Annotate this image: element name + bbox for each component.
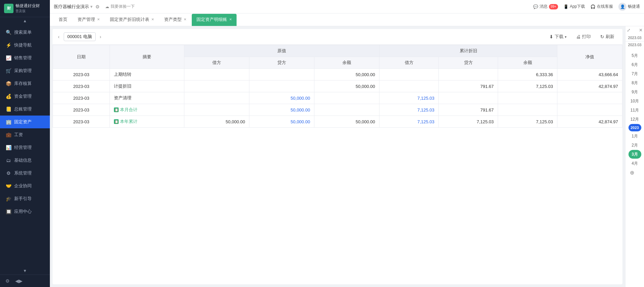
username-label: 畅捷通	[628, 4, 640, 9]
app-name: 畅捷通好业财	[16, 3, 40, 9]
sidebar-item-ledger[interactable]: 📒 总账管理	[0, 103, 50, 116]
timeline-month-5月[interactable]: 5月	[628, 51, 641, 60]
enterprise-icon: 🤝	[5, 183, 11, 189]
cell-orig-balance: 50,000.00	[314, 116, 379, 128]
sidebar-item-purchase[interactable]: 🛒 采购管理	[0, 64, 50, 77]
tab-asset-detail-close[interactable]: ✕	[229, 18, 232, 21]
col-accum-depr-group-header: 累计折旧	[379, 45, 557, 57]
demo-label: 医疗器械行业演示	[54, 4, 89, 10]
timeline-month-12月[interactable]: 12月	[628, 115, 641, 124]
sidebar-label-ledger: 总账管理	[14, 106, 32, 112]
timeline-maximize-btn[interactable]: ⤢	[627, 28, 631, 33]
cell-summary: 📋 本月合计	[110, 104, 184, 116]
experience-btn[interactable]: ☁ 我要体验一下	[105, 4, 135, 9]
main-panel: ‹ 000001 电脑 › ⬇ 下载 ▾ 🖨 打印 ↻	[53, 29, 622, 284]
sidebar-item-enterprise[interactable]: 🤝 企业协同	[0, 180, 50, 192]
sidebar-item-operations[interactable]: 📊 经营管理	[0, 141, 50, 154]
timeline-month-2023-4月[interactable]: 4月	[628, 159, 641, 168]
tab-asset-type-label: 资产类型	[164, 17, 182, 23]
sidebar-label-payroll: 工资	[14, 132, 23, 138]
asset-detail-table: 日期 摘要 原值 累计折旧 净值 借方 贷方 余额 借方 贷方 余额	[53, 45, 622, 128]
cell-summary: 📋 本年累计	[110, 116, 184, 128]
cell-depr-debit	[379, 69, 439, 81]
tab-home[interactable]: 首页	[54, 14, 72, 26]
tab-asset-type[interactable]: 资产类型 ✕	[159, 14, 191, 26]
col-net-header: 净值	[557, 45, 622, 69]
tab-asset-mgmt[interactable]: 资产管理 ✕	[73, 14, 104, 26]
cell-net: 42,874.97	[557, 116, 622, 128]
payroll-icon: 💼	[5, 132, 11, 138]
tab-asset-detail[interactable]: 固定资产明细账 ✕	[192, 14, 237, 26]
timeline-month-9月[interactable]: 9月	[628, 88, 641, 96]
quick-nav-icon: ⚡	[5, 42, 11, 48]
next-asset-btn[interactable]: ›	[100, 34, 101, 39]
cell-date: 2023-03	[53, 92, 110, 104]
sidebar-label-purchase: 采购管理	[14, 68, 32, 74]
sidebar-item-fixed-asset[interactable]: 🏢 固定资产	[0, 116, 50, 128]
collapse-icon[interactable]: ◀▶	[15, 278, 23, 284]
print-btn[interactable]: 🖨 打印	[573, 32, 593, 41]
col-depr-credit-header: 贷方	[439, 57, 498, 69]
tab-depreciation-stats[interactable]: 固定资产折旧统计表 ✕	[105, 14, 159, 26]
user-profile-btn[interactable]: 👤 畅捷通	[618, 3, 640, 11]
timeline-scroll-down[interactable]: ⊕	[628, 168, 641, 177]
col-orig-balance-header: 余额	[314, 57, 379, 69]
sidebar-item-inventory[interactable]: 📦 库存核算	[0, 77, 50, 90]
refresh-btn[interactable]: ↻ 刷新	[597, 32, 617, 41]
online-service-label: 在线客服	[597, 4, 613, 9]
tab-asset-type-close[interactable]: ✕	[184, 18, 186, 21]
sidebar-scroll-up[interactable]: ▲	[0, 17, 50, 25]
col-orig-credit-header: 贷方	[249, 57, 314, 69]
sidebar-item-search[interactable]: 🔍 搜索菜单	[0, 26, 50, 39]
headset-icon: 🎧	[590, 4, 595, 9]
cell-depr-credit	[439, 69, 498, 81]
cell-orig-debit	[184, 92, 249, 104]
sidebar-item-system[interactable]: ⚙ 系统管理	[0, 167, 50, 180]
tab-asset-detail-label: 固定资产明细账	[196, 17, 227, 23]
timeline-close-btn[interactable]: ✕	[639, 28, 643, 33]
cell-date: 2023-03	[53, 69, 110, 81]
sidebar-item-app-center[interactable]: 🔲 应用中心	[0, 205, 50, 218]
sidebar-item-guide[interactable]: 🎓 新手引导	[0, 192, 50, 205]
tab-depreciation-stats-close[interactable]: ✕	[151, 18, 154, 21]
cell-depr-debit: 7,125.03	[379, 104, 439, 116]
sidebar-item-quick-nav[interactable]: ⚡ 快捷导航	[0, 39, 50, 52]
timeline-month-6月[interactable]: 6月	[628, 60, 641, 69]
timeline-month-10月[interactable]: 10月	[628, 97, 641, 105]
online-service-btn[interactable]: 🎧 在线客服	[590, 4, 613, 9]
col-summary-header: 摘要	[110, 45, 184, 69]
col-date-header: 日期	[53, 45, 110, 69]
tab-asset-mgmt-close[interactable]: ✕	[97, 18, 100, 21]
timeline-month-7月[interactable]: 7月	[628, 69, 641, 78]
timeline-header-year1: 2023.03	[625, 34, 644, 41]
cell-net: 42,874.97	[557, 81, 622, 92]
cell-orig-credit: 50,000.00	[249, 92, 314, 104]
avatar-icon: 👤	[618, 3, 626, 11]
sidebar-item-fund[interactable]: 💰 资金管理	[0, 90, 50, 103]
sidebar-label-system: 系统管理	[14, 170, 32, 176]
sidebar-label-app-center: 应用中心	[14, 209, 32, 215]
prev-asset-btn[interactable]: ‹	[58, 34, 60, 39]
download-btn[interactable]: ⬇ 下载 ▾	[547, 32, 569, 41]
timeline-month-8月[interactable]: 8月	[628, 78, 641, 87]
sidebar-scroll-down[interactable]: ▼	[0, 267, 50, 275]
sidebar-item-payroll[interactable]: 💼 工资	[0, 128, 50, 141]
print-icon: 🖨	[576, 34, 581, 39]
main-area: 医疗器械行业演示 ▾ ⚙ ☁ 我要体验一下 💬 消息 99+ 📱 App下载 🎧…	[50, 0, 644, 287]
sidebar-item-sales[interactable]: 📈 销售管理	[0, 52, 50, 64]
timeline-month-2023-1月[interactable]: 1月	[628, 132, 641, 140]
settings-icon[interactable]: ⚙	[5, 278, 10, 284]
timeline-month-11月[interactable]: 11月	[628, 106, 641, 115]
settings-gear-icon[interactable]: ⚙	[95, 4, 100, 9]
timeline-month-2023-2月[interactable]: 2月	[628, 141, 641, 150]
header-right-actions: 💬 消息 99+ 📱 App下载 🎧 在线客服 👤 畅捷通	[533, 3, 640, 11]
app-download-btn[interactable]: 📱 App下载	[563, 4, 585, 9]
message-btn[interactable]: 💬 消息 99+	[533, 4, 558, 9]
top-header: 医疗器械行业演示 ▾ ⚙ ☁ 我要体验一下 💬 消息 99+ 📱 App下载 🎧…	[50, 0, 644, 13]
sidebar-label-basic-info: 基础信息	[14, 157, 32, 163]
timeline-month-2023-3月[interactable]: 3月	[628, 150, 641, 159]
cell-orig-credit: 50,000.00	[249, 116, 314, 128]
asset-code-display: 000001 电脑	[64, 32, 96, 41]
sidebar-item-basic-info[interactable]: 🗂 基础信息	[0, 154, 50, 167]
cell-depr-balance	[498, 104, 557, 116]
